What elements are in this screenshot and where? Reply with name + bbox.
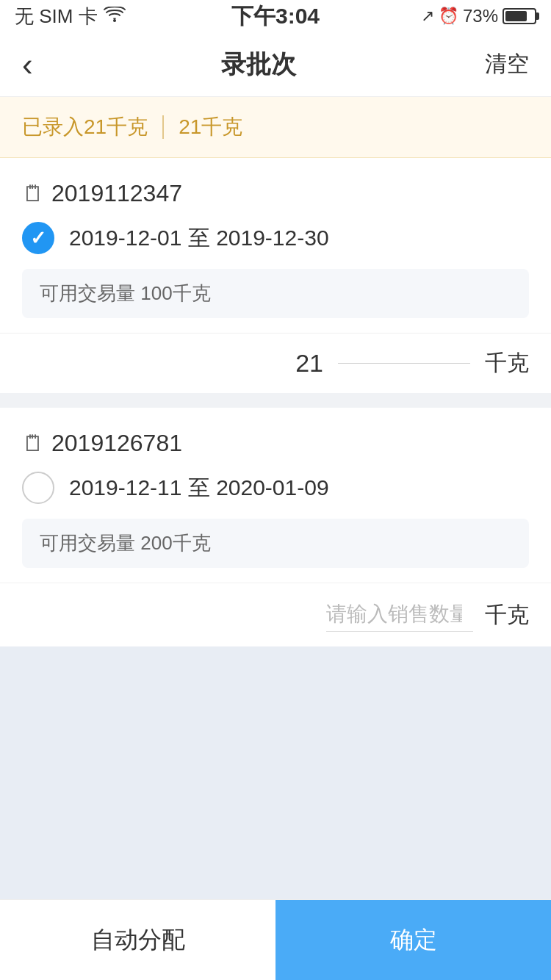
batch-icon-1: 🗒 — [22, 181, 44, 206]
summary-divider — [162, 115, 164, 139]
page-title: 录批次 — [221, 48, 296, 82]
clear-button[interactable]: 清空 — [485, 49, 529, 79]
summary-label: 已录入21千克 — [22, 113, 148, 141]
bottom-bar: 自动分配 确定 — [0, 899, 551, 980]
batch-available-1: 可用交易量 100千克 — [22, 269, 529, 318]
batch-item-1: 🗒 2019112347 2019-12-01 至 2019-12-30 可用交… — [0, 158, 551, 393]
batch-date-row-1[interactable]: 2019-12-01 至 2019-12-30 — [0, 215, 551, 262]
radio-1[interactable] — [22, 222, 54, 254]
batch-date-1: 2019-12-01 至 2019-12-30 — [69, 223, 329, 253]
auto-distribute-button[interactable]: 自动分配 — [0, 900, 276, 980]
batch-header-2: 🗒 2019126781 — [0, 408, 551, 464]
main-content: 🗒 2019112347 2019-12-01 至 2019-12-30 可用交… — [0, 158, 551, 980]
unit-display-1: 千克 — [485, 348, 529, 378]
batch-item-2: 🗒 2019126781 2019-12-11 至 2020-01-09 可用交… — [0, 408, 551, 646]
empty-area — [0, 646, 551, 940]
radio-2[interactable] — [22, 472, 54, 504]
batch-id-2: 2019126781 — [51, 430, 182, 457]
batch-icon-2: 🗒 — [22, 431, 44, 456]
quantity-unit-2: 千克 — [485, 600, 529, 630]
quantity-row-2: 千克 — [0, 583, 551, 646]
quantity-wrapper-2: 千克 — [22, 598, 529, 632]
status-bar: 无 SIM 卡 下午3:04 ↗ ⏰ 73% — [0, 0, 551, 32]
location-icon: ↗ — [421, 7, 434, 26]
summary-bar: 已录入21千克 21千克 — [0, 97, 551, 158]
status-left: 无 SIM 卡 — [15, 4, 126, 29]
batch-header-1: 🗒 2019112347 — [0, 158, 551, 215]
batch-available-2: 可用交易量 200千克 — [22, 519, 529, 568]
quantity-val-display: 21 — [295, 349, 323, 378]
back-button[interactable]: ‹ — [22, 46, 33, 83]
carrier-text: 无 SIM 卡 — [15, 4, 98, 29]
nav-bar: ‹ 录批次 清空 — [0, 32, 551, 97]
alarm-icon: ⏰ — [439, 7, 458, 26]
battery-percentage: 73% — [463, 6, 498, 26]
status-right: ↗ ⏰ 73% — [421, 6, 536, 26]
svg-point-0 — [113, 19, 116, 22]
batch-date-row-2[interactable]: 2019-12-11 至 2020-01-09 — [0, 464, 551, 511]
section-gap-1 — [0, 393, 551, 408]
summary-value: 21千克 — [179, 113, 242, 141]
confirm-button[interactable]: 确定 — [276, 900, 551, 980]
status-time: 下午3:04 — [231, 1, 320, 32]
batch-date-2: 2019-12-11 至 2020-01-09 — [69, 473, 329, 503]
battery-icon — [503, 8, 536, 24]
quantity-input-2[interactable] — [326, 598, 473, 632]
batch-id-1: 2019112347 — [51, 180, 182, 207]
wifi-icon — [104, 5, 126, 28]
quantity-row-1: 21 千克 — [0, 333, 551, 393]
